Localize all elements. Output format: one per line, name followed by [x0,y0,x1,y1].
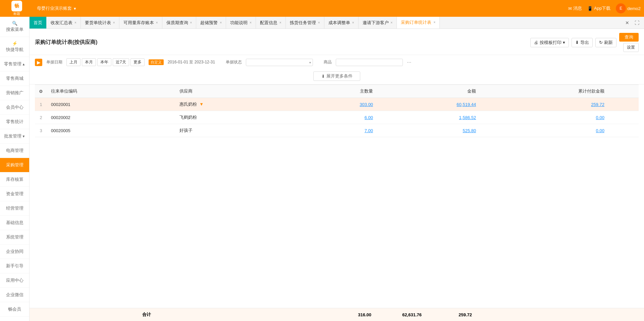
tab-yaoqingxiayou[interactable]: 邀请下游客户 × [359,17,397,29]
tab-shoufahui[interactable]: 收发汇总表 × [47,17,81,29]
sidebar-label-inventory: 库存核算 [6,176,23,182]
filter-toggle-btn[interactable]: ▶ [35,59,42,66]
message-label: 消息 [573,5,582,11]
table-footer: 合计 316.00 62,631.76 259.72 [30,308,644,321]
sidebar-label-basic: 基础信息 [6,220,23,226]
row-paid: 259.72 [480,98,608,111]
tab-chaochuyujing[interactable]: 超储预警 × [196,17,226,29]
sidebar-item-search[interactable]: 🔍 搜索菜单 [0,17,29,37]
tab-baozhiqi[interactable]: 保质期查询 × [162,17,197,29]
sidebar-item-appcenter[interactable]: 应用中心 [0,273,29,288]
date-last-month-btn[interactable]: 上月 [66,58,80,66]
table-row[interactable]: 2 00020002 飞鹤奶粉 6.00 1,586.52 0.00 [35,111,639,124]
tab-gongneng[interactable]: 功能说明 × [226,17,256,29]
export-button[interactable]: ⬇ 导出 [572,38,593,47]
sidebar-item-newguide[interactable]: 新手引导 [0,259,29,273]
settings-button[interactable]: 设置 [623,43,639,52]
date-7days-btn[interactable]: 近7天 [113,58,129,66]
expand-filter-btn[interactable]: ⬇ 展开更多条件 [313,71,360,81]
tab-baozhiqi-close[interactable]: × [190,21,192,24]
user-menu[interactable]: E demo2 [616,3,641,13]
top-right-actions: ✉ 消息 📱 App下载 E demo2 [568,3,641,13]
row-index: 1 [35,98,47,111]
status-filter-label: 单据状态 [226,59,242,65]
tab-caigouji[interactable]: 采购订单统计表 × [397,17,440,29]
sidebar-item-retail-stats[interactable]: 零售统计 [0,115,29,129]
sidebar-item-wholesale[interactable]: 批发管理 ▼ [0,129,29,144]
sidebar-item-member[interactable]: 会员中心 [0,100,29,115]
tab-yaohuo-close[interactable]: × [113,21,115,24]
footer-total-label: 合计 [142,312,151,318]
col-extra [608,85,639,98]
refresh-button[interactable]: ↻ 刷新 [595,38,616,47]
tab-chengbentiaoz-close[interactable]: × [352,21,354,24]
sidebar-label-retail: 零售管理 [4,61,21,67]
tab-close-all-btn[interactable]: ✕ [623,19,631,26]
row-qty: 6.00 [297,111,377,124]
sidebar-item-system[interactable]: 系统管理 [0,230,29,245]
footer-amount: 62,631.76 [371,312,422,317]
app-download-label: App下载 [594,5,610,11]
tab-chaochuyujing-close[interactable]: × [220,21,222,24]
print-icon: 🖨 [534,40,538,45]
goods-filter-label: 商品 [324,59,332,65]
date-this-year-btn[interactable]: 本年 [97,58,111,66]
sidebar-item-ecommerce[interactable]: 电商管理 [0,144,29,158]
tab-yaoqingxiayou-close[interactable]: × [391,21,393,24]
template-print-button[interactable]: 🖨 按模板打印 ▾ [530,38,569,47]
sidebar-item-operation[interactable]: 经营管理 [0,201,29,216]
tab-keyongliang[interactable]: 可用量库存账本 × [119,17,162,29]
sidebar-item-marketing[interactable]: 营销推广 [0,86,29,100]
row-paid: 0.00 [480,111,608,124]
logo-sub: 标题 [13,11,20,16]
tab-gongneng-close[interactable]: × [250,21,252,24]
row-qty: 7.00 [297,124,377,137]
status-select[interactable] [246,59,313,66]
date-custom-tag[interactable]: 自定义 [149,59,164,65]
sidebar-item-retail-shop[interactable]: 零售商城 [0,71,29,86]
tab-keyongliang-label: 可用量库存账本 [123,20,154,26]
query-button[interactable]: 查询 [619,33,639,42]
sidebar-item-purchase[interactable]: 采购管理 [0,158,29,172]
sidebar-label-appcenter: 应用中心 [6,277,23,283]
date-this-month-btn[interactable]: 本月 [82,58,96,66]
tab-caigouji-close[interactable]: × [433,20,435,24]
sidebar-label-operation: 经营管理 [6,205,23,211]
sidebar-label-finance: 资金管理 [6,191,23,197]
date-more-btn[interactable]: 更多 [130,58,145,66]
table-row[interactable]: 3 00020005 好孩子 7.00 525.80 0.00 [35,124,639,137]
tab-home-label: 首页 [34,20,42,26]
tab-peizhi-close[interactable]: × [279,21,281,24]
tab-keyongliang-close[interactable]: × [156,21,158,24]
sidebar-item-wechat[interactable]: 企业微信 [0,288,29,302]
col-settings[interactable]: ⚙ [35,85,47,98]
sidebar-item-retail[interactable]: 零售管理 ▲ [0,57,29,71]
row-code: 00020001 [47,98,175,111]
more-filter-dots[interactable]: ··· [407,59,411,65]
tab-paihuorenwu[interactable]: 拣货任务管理 × [286,17,324,29]
sidebar-item-basic[interactable]: 基础信息 [0,216,29,230]
app-download-btn[interactable]: 📱 App下载 [587,5,610,11]
tab-chengbentiaoz[interactable]: 成本调整单 × [324,17,359,29]
tab-yaohuo[interactable]: 要货单统计表 × [81,17,119,29]
table-row[interactable]: 1 00020001 惠氏奶粉 ▼ 303.00 60,519.44 259.7… [35,98,639,111]
sidebar-label-search: 搜索菜单 [6,26,23,33]
sidebar-item-shortcut[interactable]: ⚡ 快捷导航 [0,37,29,57]
tab-home[interactable]: 首页 [30,17,47,29]
download-icon: 📱 [587,6,593,11]
date-range-display: 2016-01-01 至 2023-12-31 [168,59,215,65]
tab-shoufahui-close[interactable]: × [74,21,76,24]
message-btn[interactable]: ✉ 消息 [568,5,582,11]
tab-peizhi[interactable]: 配置信息 × [256,17,286,29]
workspace-selector[interactable]: 母婴行业演示账套 ▾ [30,5,568,11]
tab-fullscreen-btn[interactable]: ⛶ [633,19,641,26]
goods-filter-input[interactable] [336,59,403,66]
sidebar-item-inventory[interactable]: 库存核算 [0,172,29,187]
sidebar-item-enterprise[interactable]: 企业协同 [0,245,29,259]
sidebar-item-vip[interactable]: 畅会员 [0,302,29,317]
row-index: 2 [35,111,47,124]
expand-row-icon[interactable]: ▼ [199,102,204,107]
row-paid: 0.00 [480,124,608,137]
tab-paihuorenwu-close[interactable]: × [318,21,320,24]
sidebar-item-finance[interactable]: 资金管理 [0,187,29,201]
